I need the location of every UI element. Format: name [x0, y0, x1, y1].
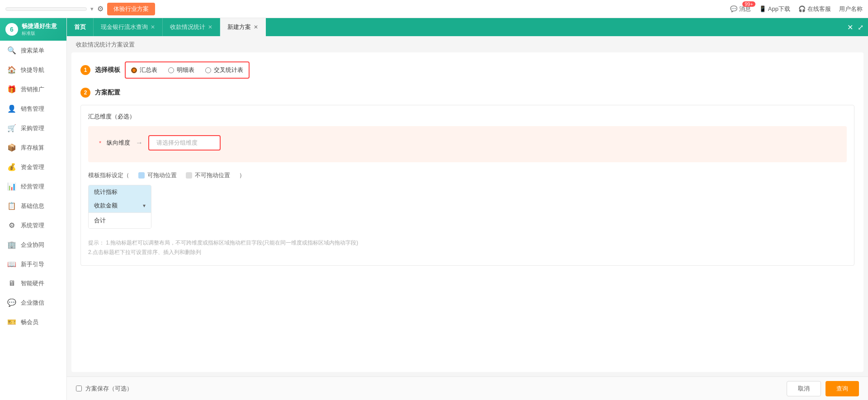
radio-summary[interactable]: [131, 67, 137, 73]
inventory-icon: 📦: [7, 143, 16, 152]
sidebar-item-marketing[interactable]: 🎁 营销推广: [0, 80, 66, 99]
required-mark: *: [99, 140, 101, 146]
save-label: 方案保存（可选）: [85, 385, 132, 393]
tab-collection[interactable]: 收款情况统计 ✕: [163, 18, 220, 36]
logo-text: 畅捷通好生意: [22, 22, 57, 30]
sidebar-item-enterprise[interactable]: 🏢 企业协同: [0, 235, 66, 254]
sidebar-item-wechat[interactable]: 💬 企业微信: [0, 293, 66, 312]
main-layout: 6 畅捷通好生意 标准版 🔍 搜索菜单 🏠 快捷导航 🎁 营销推广 👤 销售管理…: [0, 18, 868, 400]
tip2: 2.点击标题栏下拉可设置排序、插入列和删除列: [88, 249, 847, 256]
indicator-dropdown-row[interactable]: 收款金额 ▾: [89, 199, 151, 212]
header-search[interactable]: [5, 7, 87, 11]
content-area: 收款情况统计方案设置 1 选择模板 汇总表: [67, 36, 868, 400]
step1-num: 1: [80, 65, 90, 75]
sidebar-item-member[interactable]: 🎫 畅会员: [0, 312, 66, 332]
guide-icon: 📖: [7, 260, 16, 268]
sidebar-item-quicknav[interactable]: 🏠 快捷导航: [0, 60, 66, 80]
user-profile[interactable]: 用户名称: [839, 5, 863, 13]
download-icon: 📱: [759, 5, 766, 12]
notification-item[interactable]: 💬 消息 99+: [730, 5, 751, 13]
logo-icon: 6: [5, 23, 18, 36]
dimension-selector[interactable]: 请选择分组维度: [148, 135, 221, 151]
option-summary[interactable]: 汇总表: [131, 66, 157, 74]
main-panel: 1 选择模板 汇总表 明细表: [71, 52, 863, 372]
indicator-table: 统计指标 收款金额 ▾ 合计: [88, 185, 151, 229]
sidebar-label-purchase: 采购管理: [21, 124, 44, 132]
sidebar-item-inventory[interactable]: 📦 库存核算: [0, 138, 66, 157]
step1-section: 1 选择模板 汇总表 明细表: [80, 61, 854, 79]
logo-sub: 标准版: [22, 30, 57, 37]
sidebar-label-quicknav: 快捷导航: [21, 66, 44, 74]
hardware-icon: 🖥: [7, 279, 16, 287]
tab-bank-close-icon[interactable]: ✕: [151, 24, 155, 30]
sidebar-label-sales: 销售管理: [21, 105, 44, 113]
cancel-button[interactable]: 取消: [787, 381, 821, 396]
sales-icon: 👤: [7, 104, 16, 113]
tab-collection-close-icon[interactable]: ✕: [208, 24, 212, 30]
header-dropdown-icon[interactable]: ▾: [90, 5, 94, 12]
sidebar-item-guide[interactable]: 📖 新手引导: [0, 254, 66, 274]
indicator-header: 模板指标设定（ 可拖动位置 不可拖动位置 ）: [88, 171, 847, 179]
sidebar-item-search[interactable]: 🔍 搜索菜单: [0, 41, 66, 60]
legend-fixed-label: 不可拖动位置: [195, 171, 230, 179]
indicator-total-label: 合计: [94, 217, 106, 224]
dimension-row: * 纵向维度 → 请选择分组维度: [99, 135, 836, 151]
sidebar-label-hardware: 智能硬件: [21, 279, 44, 287]
sidebar-label-basic: 基础信息: [21, 202, 44, 210]
top-header: ▾ ⚙ 体验行业方案 💬 消息 99+ 📱 App下载 🎧 在线客服 用户名称: [0, 0, 868, 18]
indicator-col-label: 统计指标: [94, 188, 118, 196]
option-cross[interactable]: 交叉统计表: [205, 66, 243, 74]
radio-detail[interactable]: [168, 67, 174, 73]
home-icon: 🏠: [7, 66, 16, 74]
indicator-title: 模板指标设定（: [88, 171, 129, 179]
dimension-label: 汇总维度（必选）: [88, 113, 847, 121]
legend-gray-dot: [186, 172, 192, 179]
system-icon: ⚙: [7, 221, 16, 230]
main-area: 首页 现金银行流水查询 ✕ 收款情况统计 ✕ 新建方案 ✕ ✕ ⤢ 收款情况统计…: [67, 18, 868, 400]
tab-bar: 首页 现金银行流水查询 ✕ 收款情况统计 ✕ 新建方案 ✕ ✕ ⤢: [67, 18, 868, 36]
option-detail-label: 明细表: [177, 66, 194, 74]
tab-close-window-btn[interactable]: ✕: [847, 23, 853, 32]
radio-cross[interactable]: [205, 67, 211, 73]
dropdown-arrow-icon[interactable]: ▾: [143, 202, 146, 209]
tips-section: 提示： 1.拖动标题栏可以调整布局，不可跨维度或指标区域拖动栏目字段(只能在同一…: [88, 239, 847, 256]
query-button[interactable]: 查询: [826, 381, 859, 396]
indicator-section: 模板指标设定（ 可拖动位置 不可拖动位置 ）: [88, 171, 847, 230]
sidebar-label-wechat: 企业微信: [21, 299, 44, 307]
enterprise-icon: 🏢: [7, 240, 16, 249]
tab-bank-label: 现金银行流水查询: [101, 23, 148, 31]
option-detail[interactable]: 明细表: [168, 66, 194, 74]
sidebar-item-sales[interactable]: 👤 销售管理: [0, 99, 66, 118]
download-item[interactable]: 📱 App下载: [759, 5, 790, 13]
option-summary-label: 汇总表: [140, 66, 157, 74]
sidebar-item-basic[interactable]: 📋 基础信息: [0, 196, 66, 216]
template-options: 汇总表 明细表 交叉统计表: [125, 61, 250, 79]
wechat-icon: 💬: [7, 298, 16, 307]
service-item[interactable]: 🎧 在线客服: [798, 5, 831, 13]
sidebar-item-finance[interactable]: 💰 资金管理: [0, 157, 66, 177]
indicator-col-dropdown-label: 收款金额: [94, 202, 118, 210]
tab-new-plan-close-icon[interactable]: ✕: [254, 24, 258, 30]
basic-icon: 📋: [7, 202, 16, 210]
sidebar: 6 畅捷通好生意 标准版 🔍 搜索菜单 🏠 快捷导航 🎁 营销推广 👤 销售管理…: [0, 18, 67, 400]
tab-new-plan[interactable]: 新建方案 ✕: [220, 18, 266, 36]
indicator-total-row: 合计: [89, 212, 151, 228]
trial-button[interactable]: 体验行业方案: [107, 3, 155, 15]
page-title: 收款情况统计方案设置: [76, 41, 135, 48]
save-checkbox[interactable]: [76, 386, 82, 391]
sidebar-item-operation[interactable]: 📊 经营管理: [0, 177, 66, 196]
sidebar-item-hardware[interactable]: 🖥 智能硬件: [0, 274, 66, 293]
tab-bar-actions: ✕ ⤢: [843, 18, 868, 36]
bottom-bar: 方案保存（可选） 取消 查询: [67, 376, 868, 400]
gear-button[interactable]: ⚙: [97, 5, 104, 13]
tab-expand-btn[interactable]: ⤢: [858, 23, 863, 32]
sidebar-item-system[interactable]: ⚙ 系统管理: [0, 216, 66, 235]
sidebar-label-finance: 资金管理: [21, 163, 44, 171]
tab-bank[interactable]: 现金银行流水查询 ✕: [94, 18, 163, 36]
sidebar-label-system: 系统管理: [21, 221, 44, 230]
sidebar-item-purchase[interactable]: 🛒 采购管理: [0, 118, 66, 138]
finance-icon: 💰: [7, 163, 16, 171]
legend-draggable-label: 可拖动位置: [147, 171, 177, 179]
header-right: 💬 消息 99+ 📱 App下载 🎧 在线客服 用户名称: [730, 5, 863, 13]
tab-home[interactable]: 首页: [67, 18, 94, 36]
